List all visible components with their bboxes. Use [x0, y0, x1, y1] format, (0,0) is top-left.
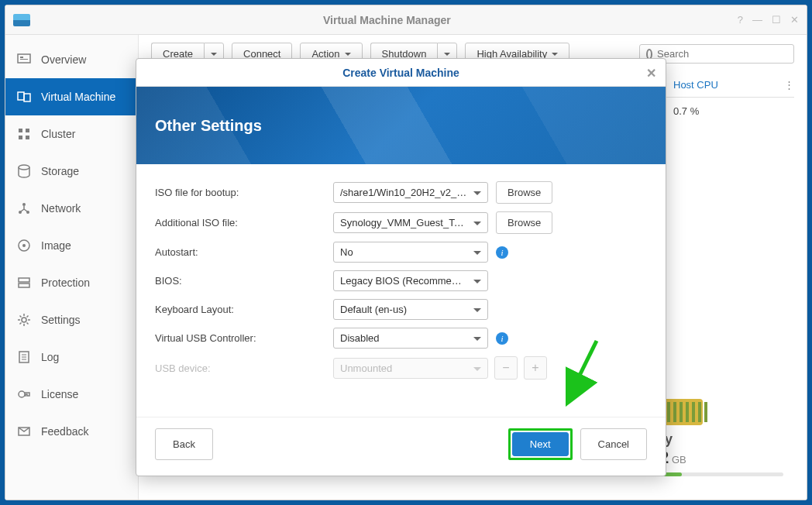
sidebar-item-feedback[interactable]: Feedback	[5, 413, 138, 450]
col-menu-icon[interactable]: ⋮	[782, 79, 794, 91]
cancel-button[interactable]: Cancel	[580, 428, 647, 460]
svg-rect-1	[20, 57, 23, 58]
sidebar-item-settings[interactable]: Settings	[5, 301, 138, 338]
bios-select[interactable]: Legacy BIOS (Recommended)	[333, 270, 488, 291]
usbdev-select: Unmounted	[333, 358, 488, 379]
memory-label-fragment: ry	[659, 431, 783, 448]
iso-boot-select[interactable]: /share1/Win10_20H2_v2_English_x64.iso	[333, 182, 488, 203]
window-title: Virtual Machine Manager	[36, 14, 738, 26]
app-icon	[13, 14, 30, 26]
svg-rect-15	[19, 278, 29, 282]
sidebar-label: Overview	[41, 53, 86, 66]
autostart-info-icon[interactable]: i	[496, 246, 508, 259]
memory-bar	[659, 472, 783, 476]
titlebar: Virtual Machine Manager ? — ☐ ✕	[5, 5, 807, 35]
autostart-label: Autostart:	[155, 246, 333, 258]
sidebar: Overview Virtual Machine Cluster Storage	[5, 35, 139, 500]
next-highlight: Next	[508, 428, 573, 460]
usb-add-button: +	[524, 356, 547, 380]
svg-rect-0	[18, 54, 30, 63]
close-window-icon[interactable]: ✕	[790, 14, 799, 26]
help-icon[interactable]: ?	[738, 14, 743, 26]
svg-rect-16	[19, 283, 29, 287]
svg-point-22	[19, 391, 25, 397]
svg-rect-8	[26, 136, 29, 139]
sidebar-label: Virtual Machine	[41, 91, 115, 103]
feedback-icon	[16, 424, 32, 439]
modal-banner: Other Settings	[136, 87, 666, 164]
autostart-select[interactable]: No	[333, 242, 488, 263]
vm-icon	[16, 89, 32, 105]
svg-rect-4	[24, 94, 30, 101]
sidebar-label: Cluster	[41, 128, 75, 140]
iso-add-select[interactable]: Synology_VMM_Guest_Tool	[333, 212, 488, 233]
svg-rect-6	[26, 129, 29, 132]
network-icon	[16, 201, 32, 216]
iso-boot-label: ISO file for bootup:	[155, 187, 333, 198]
gear-icon	[16, 312, 32, 328]
sidebar-item-network[interactable]: Network	[5, 190, 138, 227]
storage-icon	[16, 163, 32, 179]
sidebar-label: Feedback	[41, 425, 88, 438]
overview-icon	[16, 52, 32, 67]
sidebar-label: Network	[41, 202, 81, 215]
svg-point-10	[22, 203, 26, 206]
bios-label: BIOS:	[155, 275, 333, 287]
cluster-icon	[16, 126, 32, 142]
minimize-icon[interactable]: —	[752, 14, 762, 26]
search-input[interactable]	[657, 48, 787, 60]
sidebar-item-license[interactable]: License	[5, 376, 138, 413]
sidebar-item-image[interactable]: Image	[5, 227, 138, 264]
svg-rect-2	[20, 59, 28, 60]
iso-add-label: Additional ISO file:	[155, 217, 333, 228]
svg-rect-5	[19, 129, 22, 132]
sidebar-label: Storage	[41, 165, 79, 177]
sidebar-item-virtual-machine[interactable]: Virtual Machine	[5, 78, 138, 115]
svg-point-9	[19, 165, 29, 170]
modal-title: Create Virtual Machine ✕	[136, 59, 666, 87]
sidebar-label: License	[41, 388, 78, 400]
usbctrl-info-icon[interactable]: i	[496, 332, 508, 345]
sidebar-label: Protection	[41, 277, 90, 289]
maximize-icon[interactable]: ☐	[772, 14, 781, 26]
svg-rect-3	[18, 92, 24, 100]
memory-unit: GB	[672, 454, 686, 465]
cell-host-cpu: 0.7 %	[673, 105, 782, 117]
sidebar-item-storage[interactable]: Storage	[5, 153, 138, 190]
sidebar-item-cluster[interactable]: Cluster	[5, 115, 138, 153]
sidebar-label: Image	[41, 239, 71, 252]
detail-memory: ry 2 GB	[659, 399, 783, 476]
sidebar-label: Settings	[41, 314, 81, 326]
image-icon	[16, 238, 32, 253]
usbdev-label: USB device:	[155, 362, 333, 374]
next-button[interactable]: Next	[512, 432, 569, 456]
modal-banner-title: Other Settings	[155, 117, 262, 135]
iso-add-browse-button[interactable]: Browse	[496, 211, 552, 234]
keyboard-label: Keyboard Layout:	[155, 304, 333, 315]
license-icon	[16, 386, 32, 402]
sidebar-item-protection[interactable]: Protection	[5, 264, 138, 301]
create-vm-modal: Create Virtual Machine ✕ Other Settings …	[136, 58, 666, 476]
close-icon[interactable]: ✕	[646, 66, 656, 81]
svg-rect-7	[19, 136, 22, 139]
iso-boot-browse-button[interactable]: Browse	[496, 181, 552, 204]
back-button[interactable]: Back	[155, 428, 213, 460]
keyboard-select[interactable]: Default (en-us)	[333, 299, 488, 320]
sidebar-item-overview[interactable]: Overview	[5, 41, 138, 78]
usb-remove-button: −	[494, 356, 518, 380]
col-host-cpu[interactable]: Host CPU	[673, 79, 782, 91]
usbctrl-select[interactable]: Disabled	[333, 328, 488, 349]
sidebar-label: Log	[41, 351, 59, 363]
protection-icon	[16, 275, 32, 290]
svg-point-14	[22, 244, 26, 247]
log-icon	[16, 349, 32, 365]
sidebar-item-log[interactable]: Log	[5, 338, 138, 376]
svg-point-17	[22, 318, 26, 322]
usbctrl-label: Virtual USB Controller:	[155, 332, 333, 344]
